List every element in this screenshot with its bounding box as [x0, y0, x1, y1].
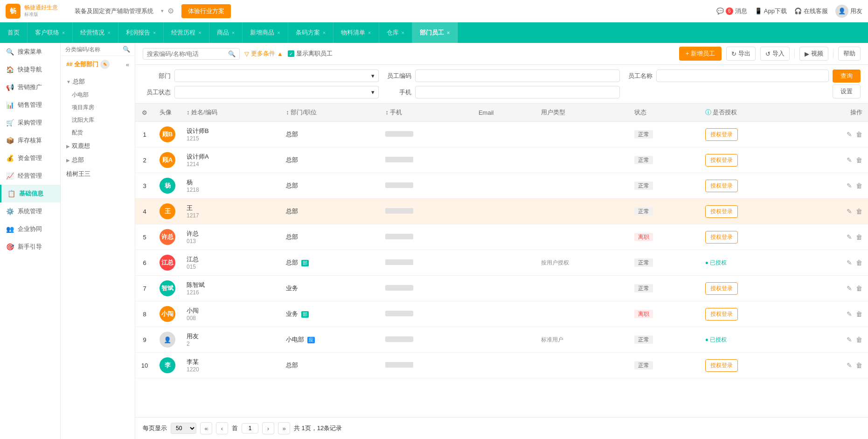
authorize-button[interactable]: 授权登录 — [705, 231, 738, 244]
dept-group-header-zongbu2[interactable]: ▶ 总部 — [61, 153, 135, 167]
dept-group-header-zhishu[interactable]: 植树王三 — [61, 167, 135, 181]
edit-icon[interactable]: ✎ — [847, 259, 852, 266]
try-industry-button[interactable]: 体验行业方案 — [181, 4, 231, 18]
dept-collapse-icon[interactable]: « — [126, 61, 129, 68]
dept-child-peihuo[interactable]: 配货 — [61, 126, 135, 139]
dept-child-shenyang[interactable]: 沈阳大库 — [61, 114, 135, 126]
export-button[interactable]: ↻ 导出 — [726, 47, 756, 61]
delete-icon[interactable]: 🗑 — [856, 285, 862, 292]
authorize-button[interactable]: 授权登录 — [705, 282, 738, 295]
th-gear[interactable]: ⚙ — [135, 104, 154, 122]
close-tab-active-icon[interactable]: × — [447, 30, 450, 35]
sidebar-item-basic[interactable]: 📋 基础信息 — [0, 185, 60, 202]
close-tab-icon[interactable]: × — [368, 30, 371, 35]
delete-icon[interactable]: 🗑 — [856, 156, 862, 164]
tab-new-goods[interactable]: 新增商品 × — [243, 22, 288, 43]
authorize-button[interactable]: 授权登录 — [705, 128, 738, 141]
dept-group-header-zongbu[interactable]: ▼ 总部 — [61, 75, 135, 89]
delete-icon[interactable]: 🗑 — [856, 310, 862, 318]
emp-code-input[interactable] — [415, 70, 619, 82]
delete-icon[interactable]: 🗑 — [856, 233, 862, 241]
sidebar-item-system[interactable]: ⚙️ 系统管理 — [0, 202, 60, 220]
th-name[interactable]: ↕ 姓名/编码 — [181, 104, 280, 122]
delete-icon[interactable]: 🗑 — [856, 362, 862, 369]
close-tab-icon[interactable]: × — [323, 30, 326, 35]
close-tab-icon[interactable]: × — [232, 30, 235, 35]
search-icon[interactable]: 🔍 — [228, 50, 236, 57]
sidebar-item-marketing[interactable]: 📢 营销推广 — [0, 78, 60, 96]
dept-search-icon[interactable]: 🔍 — [123, 46, 130, 53]
th-dept[interactable]: ↕ 部门/职位 — [280, 104, 380, 122]
dept-child-xiaodian[interactable]: 小电部 — [61, 89, 135, 101]
tab-business[interactable]: 经营情况 × — [73, 22, 118, 43]
tab-profit[interactable]: 利润报告 × — [118, 22, 164, 43]
sidebar-item-search[interactable]: 🔍 搜索菜单 — [0, 43, 60, 61]
authorize-button[interactable]: 授权登录 — [705, 308, 738, 321]
close-tab-icon[interactable]: × — [107, 30, 110, 35]
close-tab-icon[interactable]: × — [277, 30, 280, 35]
service-button[interactable]: 🎧 在线客服 — [794, 7, 828, 15]
edit-icon[interactable]: ✎ — [847, 285, 852, 292]
tab-barcode[interactable]: 条码方案 × — [288, 22, 333, 43]
dept-group-header-shuanglu[interactable]: ▶ 双鹿想 — [61, 139, 135, 153]
close-tab-icon[interactable]: × — [198, 30, 201, 35]
edit-icon[interactable]: ✎ — [847, 362, 852, 369]
authorize-button[interactable]: 授权登录 — [705, 205, 738, 218]
dept-all-button[interactable]: ## 全部部门 ✎ « — [61, 56, 135, 73]
last-page-button[interactable]: » — [278, 422, 290, 434]
settings-button[interactable]: 设置 — [833, 84, 861, 98]
delete-icon[interactable]: 🗑 — [856, 208, 862, 215]
tab-warehouse[interactable]: 仓库 × — [379, 22, 412, 43]
next-page-button[interactable]: › — [262, 422, 274, 434]
edit-icon[interactable]: ✎ — [847, 156, 852, 164]
sidebar-item-purchase[interactable]: 🛒 采购管理 — [0, 114, 60, 132]
settings-icon[interactable]: ⚙ — [167, 7, 174, 15]
edit-icon[interactable]: ✎ — [847, 182, 852, 189]
delete-icon[interactable]: 🗑 — [856, 336, 862, 343]
edit-icon[interactable]: ✎ — [847, 208, 852, 215]
delete-icon[interactable]: 🗑 — [856, 182, 862, 189]
tab-home[interactable]: 首页 — [0, 22, 28, 43]
video-button[interactable]: ▶ 视频 — [799, 47, 828, 61]
th-auth[interactable]: ⓘ 是否授权 — [700, 104, 804, 122]
delete-icon[interactable]: 🗑 — [856, 131, 862, 138]
search-input[interactable] — [147, 50, 225, 57]
dept-edit-icon[interactable]: ✎ — [100, 60, 110, 69]
app-download-button[interactable]: 📱 App下载 — [755, 7, 787, 15]
th-phone[interactable]: ↕ 手机 — [380, 104, 473, 122]
sidebar-item-nav[interactable]: 🏠 快捷导航 — [0, 61, 60, 78]
tab-bom[interactable]: 物料清单 × — [333, 22, 379, 43]
edit-icon[interactable]: ✎ — [847, 131, 852, 138]
tab-dept-staff[interactable]: 部门员工 × — [412, 22, 458, 43]
tab-goods[interactable]: 商品 × — [209, 22, 243, 43]
edit-icon[interactable]: ✎ — [847, 336, 852, 343]
authorize-button[interactable]: 授权登录 — [705, 154, 738, 167]
emp-status-select[interactable]: ▾ — [174, 86, 379, 98]
edit-icon[interactable]: ✎ — [847, 310, 852, 318]
prev-page-button[interactable]: ‹ — [216, 422, 228, 434]
dept-child-project[interactable]: 项目库房 — [61, 101, 135, 114]
edit-icon[interactable]: ✎ — [847, 233, 852, 241]
emp-name-input[interactable] — [656, 70, 829, 82]
search-button[interactable]: 查询 — [833, 70, 861, 83]
sidebar-item-sales[interactable]: 📊 销售管理 — [0, 96, 60, 114]
close-tab-icon[interactable]: × — [153, 30, 156, 35]
tab-customer[interactable]: 客户联络 × — [28, 22, 73, 43]
dept-select[interactable]: ▾ — [174, 70, 379, 82]
dept-search-input[interactable] — [65, 46, 123, 53]
show-resigned-toggle[interactable]: ✓ 显示离职员工 — [288, 49, 333, 58]
sidebar-item-collab[interactable]: 👥 企业协同 — [0, 220, 60, 238]
sidebar-item-inventory[interactable]: 📦 库存核算 — [0, 132, 60, 149]
page-input[interactable] — [242, 423, 258, 433]
message-button[interactable]: 💬 6 消息 — [716, 7, 747, 15]
tab-history[interactable]: 经营历程 × — [164, 22, 209, 43]
delete-icon[interactable]: 🗑 — [856, 259, 862, 266]
per-page-select[interactable]: 50 20 100 — [171, 423, 196, 434]
authorize-button[interactable]: 授权登录 — [705, 180, 738, 192]
more-filter-button[interactable]: ▽ 更多条件 ▲ — [244, 49, 283, 58]
first-page-button[interactable]: « — [200, 422, 212, 434]
dropdown-arrow-icon[interactable]: ▾ — [161, 8, 164, 14]
close-tab-icon[interactable]: × — [62, 30, 65, 35]
sidebar-item-guide[interactable]: 🎯 新手引导 — [0, 238, 60, 256]
import-button[interactable]: ↺ 导入 — [760, 47, 790, 61]
